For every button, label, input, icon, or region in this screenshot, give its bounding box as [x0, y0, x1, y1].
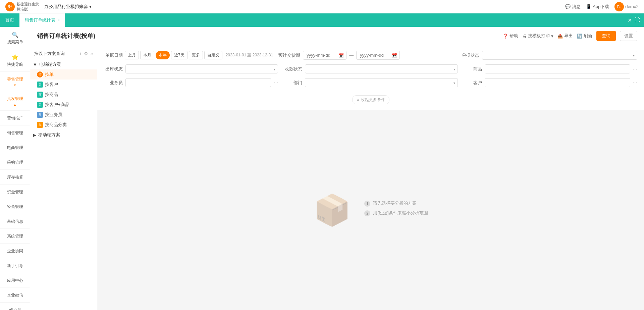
template-print-button[interactable]: 🖨 按模板打印 ▾	[522, 33, 553, 39]
message-icon: 💬	[565, 4, 571, 9]
topbar-right: 💬 消息 📱 App下载 Ea demo2	[565, 2, 639, 11]
customer-dots-icon[interactable]: ···	[633, 80, 637, 86]
tree-section-pc[interactable]: ▼ 电脑端方案	[30, 59, 97, 69]
date-btn-7days[interactable]: 近7天	[171, 51, 187, 59]
delivery-date-end-wrap: 📅	[356, 51, 400, 60]
query-button[interactable]: 查询	[596, 31, 616, 41]
by-product-icon: 商	[37, 92, 43, 98]
order-status-select[interactable]	[482, 51, 637, 60]
date-btn-more[interactable]: 更多	[189, 51, 203, 59]
sidebar-item-inventory[interactable]: 库存核算	[0, 170, 30, 185]
message-button[interactable]: 💬 消息	[565, 4, 581, 10]
filter-area: 单据日期 上月 本月 本年 近7天 更多 自定义 2023-01-01 至 20…	[97, 45, 644, 110]
date-btn-this-month[interactable]: 本月	[140, 51, 154, 59]
empty-state: 📦 1 请先选择要分析的方案 2 用[过滤]条件来缩小分析范围	[97, 110, 644, 310]
help-button[interactable]: ❓ 帮助	[503, 33, 518, 39]
delivery-date-end[interactable]	[356, 51, 400, 60]
salesperson-dots-icon[interactable]: ···	[274, 80, 278, 86]
user-menu[interactable]: Ea demo2	[614, 2, 639, 11]
download-icon: 📱	[586, 4, 591, 9]
sidebar-item-system[interactable]: 系统管理	[0, 229, 30, 244]
collapse-scheme-icon[interactable]: «	[90, 51, 93, 56]
customer-label: 客户	[463, 80, 482, 86]
sidebar-item-appcenter[interactable]: 应用中心	[0, 273, 30, 288]
date-btn-custom[interactable]: 自定义	[204, 51, 222, 59]
tree-item-by-customer[interactable]: 客 按客户	[30, 80, 97, 90]
main-layout: 🔍 搜索菜单 ⭐ 快捷导航 零售管理 ▼ 批发管理 ▲ 营销推广 销售管理 电商…	[0, 27, 644, 310]
left-panel-header: 按以下方案查询 + ⚙ «	[30, 48, 97, 59]
empty-tip-1: 1 请先选择要分析的方案	[364, 200, 428, 207]
app-selector[interactable]: 办公用品行业模拟账套 ▾	[42, 4, 94, 10]
sidebar-item-member[interactable]: 畅会员	[0, 303, 30, 310]
empty-state-icon: 📦	[313, 193, 351, 228]
salesperson-input[interactable]	[125, 78, 271, 87]
delivery-status-label: 出库状态	[104, 66, 123, 72]
date-btn-last-month[interactable]: 上月	[125, 51, 139, 59]
expected-delivery-label: 预计交货期	[278, 52, 300, 58]
settings-button[interactable]: 设置	[620, 31, 637, 41]
sidebar-item-newuser[interactable]: 新手引导	[0, 258, 30, 273]
page-actions: ❓ 帮助 🖨 按模板打印 ▾ 📤 导出 🔄 刷新 查询 设置	[503, 31, 637, 41]
by-order-icon: 按	[37, 71, 43, 78]
date-filter-group: 单据日期 上月 本月 本年 近7天 更多 自定义 2023-01-01 至 20…	[104, 51, 273, 59]
sidebar-item-marketing[interactable]: 营销推广	[0, 111, 30, 125]
left-panel-actions: + ⚙ «	[79, 51, 93, 56]
sidebar-item-procurement[interactable]: 采购管理	[0, 155, 30, 170]
wholesale-arrow-icon: ▲	[13, 103, 16, 106]
filter-row-2: 出库状态 ▾ 收款状态 ▾	[104, 64, 637, 73]
product-label: 商品	[463, 66, 482, 72]
export-button[interactable]: 📤 导出	[557, 33, 573, 39]
refresh-button[interactable]: 🔄 刷新	[577, 33, 592, 39]
delivery-date-start[interactable]	[303, 51, 346, 60]
tree-item-by-product[interactable]: 商 按商品	[30, 90, 97, 100]
topbar: 好 畅捷通好生意 标准版 办公用品行业模拟账套 ▾ 💬 消息 📱 App下载 E…	[0, 0, 644, 13]
payment-status-select[interactable]	[305, 64, 458, 73]
tree-section-mobile[interactable]: ▶ 移动端方案	[30, 130, 97, 140]
add-scheme-icon[interactable]: +	[79, 51, 82, 56]
sidebar-item-finance[interactable]: 资金管理	[0, 185, 30, 199]
sidebar-item-sales[interactable]: 销售管理	[0, 125, 30, 140]
tab-home[interactable]: 首页	[0, 13, 19, 27]
sidebar-item-basic[interactable]: 基础信息	[0, 214, 30, 229]
avatar: Ea	[614, 2, 624, 11]
department-label: 部门	[283, 80, 302, 86]
sidebar-item-enterprise[interactable]: 企业协同	[0, 244, 30, 258]
sidebar-item-wechat[interactable]: 企业微信	[0, 288, 30, 303]
print-icon: 🖨	[522, 34, 527, 39]
date-btn-this-year[interactable]: 本年	[156, 51, 170, 59]
tree-item-by-salesperson[interactable]: 员 按业务员	[30, 110, 97, 120]
delivery-date-start-wrap: 📅	[303, 51, 346, 60]
salesperson-label: 业务员	[104, 80, 123, 86]
tree-item-by-category[interactable]: 类 按商品分类	[30, 120, 97, 130]
product-dots-icon[interactable]: ···	[633, 66, 637, 72]
refresh-icon: 🔄	[577, 34, 582, 39]
sidebar-item-wholesale[interactable]: 批发管理 ▲	[0, 91, 30, 111]
order-status-group: 单据状态 ▾	[461, 51, 637, 60]
customer-input[interactable]	[485, 78, 630, 87]
tab-close-icon[interactable]: ×	[57, 18, 60, 22]
date-label: 单据日期	[104, 52, 123, 58]
settings-scheme-icon[interactable]: ⚙	[84, 51, 88, 56]
delivery-status-select[interactable]	[125, 64, 278, 73]
tip-num-2: 2	[364, 210, 370, 216]
collapse-button[interactable]: ∧ 收起更多条件	[352, 95, 389, 104]
right-side: 单据日期 上月 本月 本年 近7天 更多 自定义 2023-01-01 至 20…	[97, 45, 644, 310]
tree-item-by-order[interactable]: 按 按单	[30, 69, 97, 80]
empty-state-content: 📦 1 请先选择要分析的方案 2 用[过滤]条件来缩小分析范围	[313, 193, 428, 228]
sidebar-item-operations[interactable]: 经营管理	[0, 199, 30, 214]
tab-sales-order-stats[interactable]: 销售订单统计表 ×	[19, 13, 65, 27]
tree-item-by-customer-product[interactable]: 客 按客户+商品	[30, 100, 97, 110]
app-download-button[interactable]: 📱 App下载	[586, 4, 609, 10]
sidebar-item-search[interactable]: 🔍 搜索菜单	[0, 27, 30, 49]
by-category-icon: 类	[37, 122, 43, 128]
product-input[interactable]	[485, 64, 630, 73]
department-select[interactable]	[305, 78, 458, 87]
window-close-icon[interactable]: ✕	[628, 17, 632, 23]
sidebar-item-shortcut[interactable]: ⭐ 快捷导航	[0, 49, 30, 72]
content-wrapper: 按以下方案查询 + ⚙ « ▼ 电脑端方案 按 按单 客	[30, 45, 644, 310]
by-customer-product-icon: 客	[37, 102, 43, 108]
sidebar-item-ecommerce[interactable]: 电商管理	[0, 140, 30, 155]
by-customer-icon: 客	[37, 82, 43, 88]
window-expand-icon[interactable]: ⛶	[635, 17, 640, 23]
sidebar-item-retail[interactable]: 零售管理 ▼	[0, 72, 30, 91]
